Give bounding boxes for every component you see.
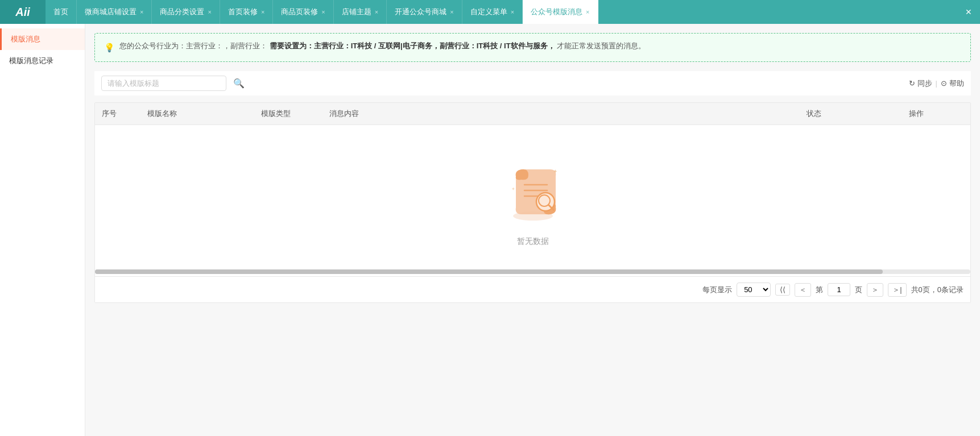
tab-custommenu[interactable]: 自定义菜单 × [462, 0, 523, 24]
col-index: 序号 [95, 103, 140, 124]
page-size-label: 每页显示 [702, 285, 732, 295]
close-theme-icon[interactable]: × [375, 9, 378, 15]
tab-weshop[interactable]: 微商城店铺设置 × [77, 0, 152, 24]
search-left: 🔍 [101, 76, 247, 91]
sync-icon: ↻ [909, 79, 915, 88]
col-action: 操作 [902, 103, 970, 124]
tab-openstore[interactable]: 开通公众号商城 × [387, 0, 462, 24]
close-custommenu-icon[interactable]: × [511, 9, 514, 15]
col-type: 模版类型 [254, 103, 322, 124]
col-name: 模版名称 [140, 103, 254, 124]
global-close-button[interactable]: ✕ [957, 0, 980, 24]
empty-state: ✦ ✦ 暂无数据 [95, 125, 970, 269]
prev-page-button[interactable]: ＜ [795, 283, 811, 297]
sync-button[interactable]: ↻ 同步 [909, 78, 932, 89]
close-templatemsg-icon[interactable]: × [586, 9, 589, 15]
first-page-button[interactable]: ⟨⟨ [775, 284, 790, 296]
search-bar: 🔍 ↻ 同步 | ⊙ 帮助 [94, 71, 971, 95]
page-size-select[interactable]: 50 20 100 [737, 283, 771, 297]
tab-templatemsg[interactable]: 公众号模版消息 × [523, 0, 598, 24]
sidebar-item-template-msg-record[interactable]: 模版消息记录 [0, 50, 85, 72]
divider: | [936, 79, 937, 88]
page-number-input[interactable] [828, 283, 850, 296]
last-page-button[interactable]: ＞| [888, 283, 906, 297]
content-area: 💡 您的公众号行业为：主营行业：，副营行业： 需要设置为：主营行业：IT科技 /… [85, 24, 980, 436]
tab-homepage[interactable]: 首页装修 × [220, 0, 273, 24]
col-content: 消息内容 [322, 103, 800, 124]
empty-illustration: ✦ ✦ [499, 159, 567, 227]
notice-banner: 💡 您的公众号行业为：主营行业：，副营行业： 需要设置为：主营行业：IT科技 /… [94, 33, 971, 62]
page-total: 共0页，0条记录 [911, 285, 964, 295]
help-icon: ⊙ [941, 79, 947, 88]
page-label: 第 [816, 285, 823, 295]
notice-icon: 💡 [104, 41, 115, 55]
top-nav: Aii 首页 微商城店铺设置 × 商品分类设置 × 首页装修 × 商品页装修 ×… [0, 0, 980, 24]
search-right: ↻ 同步 | ⊙ 帮助 [909, 78, 964, 89]
notice-text: 您的公众号行业为：主营行业：，副营行业： 需要设置为：主营行业：IT科技 / 互… [119, 40, 646, 52]
nav-tabs: 首页 微商城店铺设置 × 商品分类设置 × 首页装修 × 商品页装修 × 店铺主… [46, 0, 957, 24]
horizontal-scrollbar[interactable] [95, 269, 970, 274]
search-input[interactable] [101, 76, 226, 91]
svg-text:✦: ✦ [553, 168, 557, 175]
col-status: 状态 [800, 103, 902, 124]
close-homepage-icon[interactable]: × [261, 9, 264, 15]
close-openstore-icon[interactable]: × [450, 9, 453, 15]
pagination-bar: 每页显示 50 20 100 ⟨⟨ ＜ 第 页 ＞ ＞| 共0页，0条记录 [95, 276, 970, 302]
help-button[interactable]: ⊙ 帮助 [941, 78, 964, 89]
next-page-button[interactable]: ＞ [867, 283, 883, 297]
close-productpage-icon[interactable]: × [321, 9, 325, 15]
data-table: 序号 模版名称 模版类型 消息内容 状态 操作 [94, 102, 971, 303]
close-category-icon[interactable]: × [208, 9, 211, 15]
svg-text:✦: ✦ [511, 186, 515, 192]
tab-category[interactable]: 商品分类设置 × [152, 0, 220, 24]
scroll-thumb[interactable] [95, 269, 883, 274]
sidebar-item-template-msg[interactable]: 模版消息 [0, 28, 85, 50]
page-unit: 页 [855, 285, 862, 295]
close-weshop-icon[interactable]: × [140, 9, 143, 15]
table-header: 序号 模版名称 模版类型 消息内容 状态 操作 [95, 103, 970, 125]
empty-text: 暂无数据 [517, 236, 549, 247]
main-layout: 模版消息 模版消息记录 💡 您的公众号行业为：主营行业：，副营行业： 需要设置为… [0, 24, 980, 436]
tab-theme[interactable]: 店铺主题 × [334, 0, 387, 24]
app-logo: Aii [0, 0, 46, 24]
search-button[interactable]: 🔍 [231, 77, 247, 90]
sidebar: 模版消息 模版消息记录 [0, 24, 85, 436]
tab-productpage[interactable]: 商品页装修 × [273, 0, 333, 24]
tab-home[interactable]: 首页 [46, 0, 77, 24]
